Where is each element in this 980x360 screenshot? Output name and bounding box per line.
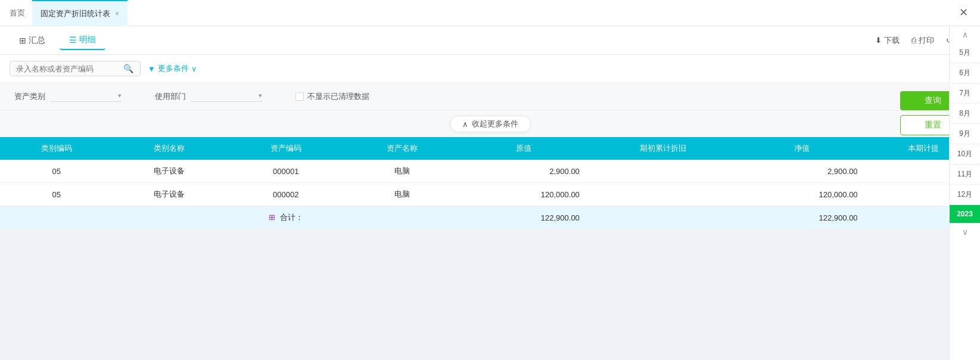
cell-code-1: 05 <box>0 183 113 206</box>
cell-asset-code-1: 000002 <box>226 183 346 206</box>
cell-acc-dep-1 <box>589 183 737 206</box>
col-header-code: 类别编码 <box>0 137 113 160</box>
department-arrow[interactable]: ▾ <box>259 92 262 100</box>
chevron-down-icon: ∨ <box>191 64 197 73</box>
table-header-row: 类别编码 类别名称 资产编码 资产名称 原值 期初累计折旧 净值 本期计提 <box>0 137 980 160</box>
month-9[interactable]: 9月 <box>950 124 980 144</box>
filter-area: 资产类别 ▾ 使用部门 ▾ 不显示已清理数据 查询 重置 <box>0 83 980 111</box>
total-acc-dep <box>589 206 737 229</box>
col-header-asset-code: 资产编码 <box>226 137 346 160</box>
total-label-cell: ⊞ 合计： <box>226 206 346 229</box>
cell-category-0: 电子设备 <box>113 160 225 183</box>
data-table: 类别编码 类别名称 资产编码 资产名称 原值 期初累计折旧 净值 本期计提 05… <box>0 137 980 229</box>
close-window-button[interactable]: ✕ <box>959 6 968 19</box>
tab-detail-label: 明细 <box>79 35 96 45</box>
col-header-original-value: 原值 <box>459 137 589 160</box>
department-value <box>191 92 259 100</box>
year-label[interactable]: 2023 <box>950 205 980 224</box>
month-down-button[interactable]: ∨ <box>950 224 980 240</box>
collapse-icon: ∧ <box>462 120 468 129</box>
asset-category-value <box>50 92 118 100</box>
total-empty-3 <box>346 206 459 229</box>
hide-cleared-filter: 不显示已清理数据 <box>295 91 369 102</box>
search-bar: 🔍 ▼ 更多条件 ∨ › 2023.01 <box>0 55 980 83</box>
month-8[interactable]: 8月 <box>950 104 980 124</box>
collapse-label: 收起更多条件 <box>472 119 518 129</box>
total-icon: ⊞ <box>269 213 275 222</box>
sub-tabs-left: ⊞ 汇总 ☰ 明细 <box>10 31 105 50</box>
active-tab[interactable]: 固定资产折旧统计表 × <box>32 0 127 26</box>
cell-original-value-0: 2,900.00 <box>459 160 589 183</box>
month-up-button[interactable]: ∧ <box>950 26 980 43</box>
search-input-wrap: 🔍 <box>10 61 141 76</box>
cell-asset-code-0: 000001 <box>226 160 346 183</box>
close-tab-button[interactable]: × <box>115 10 119 18</box>
print-label: 打印 <box>919 35 934 46</box>
sub-tabs-bar: ⊞ 汇总 ☰ 明细 ⬇ 下载 ⎙ 打印 ↺ 刷新 <box>0 26 980 55</box>
month-11[interactable]: 11月 <box>950 165 980 185</box>
more-conditions-button[interactable]: ▼ 更多条件 ∨ <box>148 63 197 74</box>
hide-cleared-checkbox[interactable] <box>295 92 304 101</box>
download-icon: ⬇ <box>875 36 882 45</box>
col-header-category-name: 类别名称 <box>113 137 225 160</box>
total-original-value: 122,900.00 <box>459 206 589 229</box>
asset-category-filter: 资产类别 ▾ <box>14 91 122 102</box>
month-12[interactable]: 12月 <box>950 185 980 205</box>
print-button[interactable]: ⎙ 打印 <box>911 35 934 46</box>
cell-original-value-1: 120,000.00 <box>459 183 589 206</box>
hide-cleared-label: 不显示已清理数据 <box>307 91 369 102</box>
search-icon[interactable]: 🔍 <box>123 64 133 73</box>
cell-acc-dep-0 <box>589 160 737 183</box>
cell-asset-name-0: 电脑 <box>346 160 459 183</box>
total-net-value: 122,900.00 <box>737 206 867 229</box>
department-label: 使用部门 <box>155 91 186 102</box>
month-10[interactable]: 10月 <box>950 144 980 165</box>
table-row: 05 电子设备 000001 电脑 2,900.00 2,900.00 <box>0 160 980 183</box>
more-conditions-label: 更多条件 <box>158 63 189 74</box>
tab-summary[interactable]: ⊞ 汇总 <box>10 32 55 49</box>
filter-icon: ▼ <box>148 64 155 73</box>
cell-asset-name-1: 电脑 <box>346 183 459 206</box>
summary-icon: ⊞ <box>19 36 26 45</box>
download-button[interactable]: ⬇ 下载 <box>875 35 900 46</box>
department-filter: 使用部门 ▾ <box>155 91 262 102</box>
tab-summary-label: 汇总 <box>29 35 45 46</box>
data-table-wrap: 类别编码 类别名称 资产编码 资产名称 原值 期初累计折旧 净值 本期计提 05… <box>0 137 980 229</box>
download-label: 下载 <box>884 35 900 46</box>
cell-net-value-0: 2,900.00 <box>737 160 867 183</box>
col-header-net-value: 净值 <box>737 137 867 160</box>
month-5[interactable]: 5月 <box>950 43 980 63</box>
month-7[interactable]: 7月 <box>950 83 980 104</box>
top-nav: 首页 固定资产折旧统计表 × ✕ <box>0 0 980 26</box>
tab-label: 固定资产折旧统计表 <box>41 8 110 19</box>
total-label: 合计： <box>280 213 303 222</box>
cell-category-1: 电子设备 <box>113 183 225 206</box>
asset-category-label: 资产类别 <box>14 91 45 102</box>
detail-icon: ☰ <box>69 35 77 45</box>
collapse-button[interactable]: ∧ 收起更多条件 <box>450 116 531 132</box>
cell-code-0: 05 <box>0 160 113 183</box>
print-icon: ⎙ <box>911 36 916 45</box>
home-link[interactable]: 首页 <box>10 8 25 18</box>
month-panel: ∧ 5月 6月 7月 8月 9月 10月 11月 12月 2023 ∨ <box>949 26 980 360</box>
collapse-bar: ∧ 收起更多条件 <box>0 111 980 137</box>
col-header-asset-name: 资产名称 <box>346 137 459 160</box>
table-total-row: ⊞ 合计： 122,900.00 122,900.00 <box>0 206 980 229</box>
cell-net-value-1: 120,000.00 <box>737 183 867 206</box>
col-header-acc-depreciation: 期初累计折旧 <box>589 137 737 160</box>
asset-category-arrow[interactable]: ▾ <box>118 92 122 100</box>
search-input[interactable] <box>16 64 123 73</box>
filter-row: 资产类别 ▾ 使用部门 ▾ 不显示已清理数据 <box>14 91 369 102</box>
tab-detail[interactable]: ☰ 明细 <box>60 31 105 50</box>
total-empty-2 <box>113 206 225 229</box>
table-row: 05 电子设备 000002 电脑 120,000.00 120,000.00 <box>0 183 980 206</box>
month-6[interactable]: 6月 <box>950 63 980 83</box>
total-empty-1 <box>0 206 113 229</box>
